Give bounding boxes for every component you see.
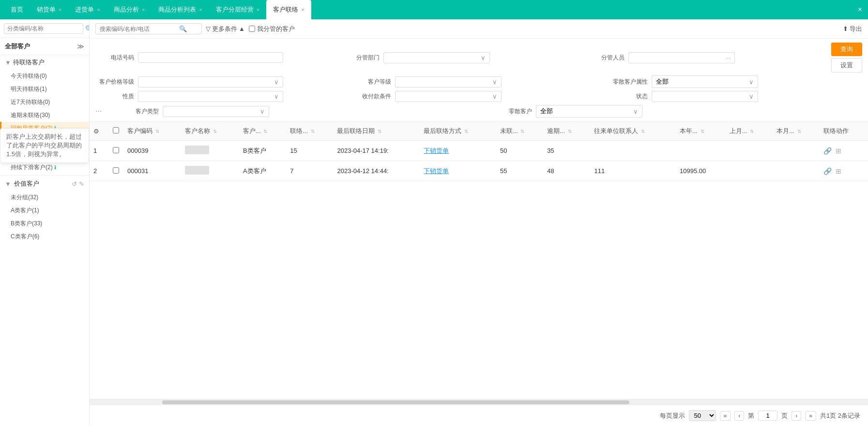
filter-search-input[interactable] [100, 26, 177, 32]
row1-more-icon[interactable]: ⊞ [836, 147, 841, 155]
settings-button[interactable]: 设置 [831, 58, 862, 73]
per-page-select[interactable]: 50 10 20 100 [689, 410, 716, 421]
row2-name[interactable] [181, 161, 239, 181]
row2-link-icon[interactable]: 🔗 [823, 167, 832, 175]
filter-search-icon[interactable]: 🔍 [179, 25, 187, 32]
level-select[interactable]: ∨ [395, 76, 502, 88]
col-overdue: 逾期... ⇅ [543, 122, 590, 141]
nav-tab-home[interactable]: 首页 [4, 0, 30, 19]
sort-contact-icon[interactable]: ⇅ [311, 129, 315, 134]
zero2-down-icon: ∨ [633, 108, 638, 115]
sort-overdue-icon[interactable]: ⇅ [568, 129, 572, 134]
close-analysis-list-icon[interactable]: × [199, 7, 202, 13]
edit-icon[interactable]: ✎ [79, 180, 84, 188]
sidebar-item-today[interactable]: 今天待联络(0) [0, 70, 89, 83]
sort-last-month-icon[interactable]: ⇅ [750, 129, 754, 134]
row2-seq: 2 [90, 161, 109, 181]
sidebar-item-c-class[interactable]: C类客户(6) [0, 230, 89, 243]
nav-tab-analysis[interactable]: 商品分析 × [107, 0, 152, 19]
row1-checkbox[interactable] [109, 141, 123, 161]
value-customer-label: 价值客户 [14, 179, 39, 188]
col-level: 客户... ⇅ [239, 122, 286, 141]
nav-tab-customer-layer[interactable]: 客户分层经营 × [209, 0, 266, 19]
page-input[interactable] [758, 411, 777, 421]
sort-code-icon[interactable]: ⇅ [155, 129, 159, 134]
right-content: 🔍 ▽ 更多条件 ▲ 我分管的客户 ⬆ 导出 电话号码 [90, 19, 868, 426]
sort-last-method-icon[interactable]: ⇅ [464, 129, 468, 134]
nav-tab-sales[interactable]: 销货单 × [30, 0, 68, 19]
refresh-icon[interactable]: ↺ [72, 180, 77, 188]
row1-last-method[interactable]: 下销货单 [420, 141, 496, 161]
nav-tab-purchase[interactable]: 进货单 × [68, 0, 107, 19]
col-checkbox[interactable] [109, 122, 123, 141]
row2-level: A类客户 [239, 161, 286, 181]
row1-link-icon[interactable]: 🔗 [823, 147, 832, 155]
first-page-button[interactable]: « [720, 411, 731, 421]
page-label: 第 [748, 411, 754, 420]
row2-more-icon[interactable]: ⊞ [836, 167, 841, 175]
pay-label: 收付款条件 [352, 92, 391, 101]
prev-page-button[interactable]: ‹ [734, 411, 744, 421]
nav-tab-analysis-list[interactable]: 商品分析列表 × [152, 0, 209, 19]
more-conditions-button[interactable]: ▽ 更多条件 ▲ [206, 25, 245, 33]
pending-contact-group[interactable]: ▼ 待联络客户 [0, 55, 89, 70]
phone-input[interactable] [138, 52, 283, 63]
value-customer-group[interactable]: ▼ 价值客户 ↺ ✎ [0, 176, 89, 191]
sidebar-item-overdue[interactable]: 逾期未联络(30) [0, 109, 89, 122]
row2-last-method[interactable]: 下销货单 [420, 161, 496, 181]
dept-select[interactable]: ∨ [383, 52, 490, 63]
sidebar-item-b-class[interactable]: B类客户(33) [0, 217, 89, 230]
close-analysis-icon[interactable]: × [142, 7, 145, 13]
type-select[interactable]: ∨ [163, 106, 269, 117]
gender-select[interactable]: ∨ [138, 91, 283, 102]
status-select[interactable]: ∨ [652, 91, 758, 102]
sidebar-item-declining[interactable]: 持续下滑客户(2) ℹ [0, 161, 89, 174]
all-customers-header[interactable]: 全部客户 ≫ [0, 38, 89, 55]
next-page-button[interactable]: › [792, 411, 801, 421]
tooltip-box: 距客户上次交易时长，超过了此客户的平均交易周期的1.5倍，则视为异常。 [0, 128, 89, 163]
zero-select[interactable]: 全部 ∨ [652, 75, 758, 88]
sidebar-search-icon[interactable]: 🔍 [85, 25, 90, 32]
sidebar-item-a-class[interactable]: A类客户(1) [0, 204, 89, 217]
collapse-sidebar-icon[interactable]: ≫ [77, 43, 84, 50]
zero-label: 零散客户属性 [609, 78, 648, 86]
sidebar-item-7days[interactable]: 近7天待联络(0) [0, 96, 89, 109]
col-settings[interactable]: ⚙ [90, 122, 109, 141]
sort-name-icon[interactable]: ⇅ [213, 129, 217, 134]
row1-check[interactable] [113, 147, 119, 153]
sidebar-item-tomorrow[interactable]: 明天待联络(1) [0, 83, 89, 96]
sort-level-icon[interactable]: ⇅ [263, 129, 267, 134]
row1-name[interactable] [181, 141, 239, 161]
select-all-checkbox[interactable] [113, 127, 119, 133]
export-button[interactable]: ⬆ 导出 [843, 25, 862, 33]
row1-seq: 1 [90, 141, 109, 161]
price-select[interactable]: ∨ [138, 76, 283, 88]
sort-this-month-icon[interactable]: ⇅ [797, 129, 801, 134]
horizontal-scrollbar[interactable] [90, 399, 868, 405]
close-purchase-icon[interactable]: × [97, 7, 100, 13]
row2-this-month [773, 161, 820, 181]
action-buttons: 查询 设置 [831, 43, 862, 73]
close-all-button[interactable]: × [858, 5, 862, 14]
more-dots-left[interactable]: ··· [95, 107, 102, 116]
zero2-select[interactable]: 全部 ∨ [536, 105, 642, 118]
row2-checkbox[interactable] [109, 161, 123, 181]
scrollbar-thumb[interactable] [162, 400, 629, 404]
nav-tab-customer-contact[interactable]: 客户联络 × [266, 0, 311, 19]
sidebar-search-input[interactable] [4, 23, 83, 34]
sort-this-year-icon[interactable]: ⇅ [700, 129, 704, 134]
filter-group-staff: 分管人员 ··· [586, 52, 827, 63]
sort-unit-icon[interactable]: ⇅ [641, 129, 645, 134]
close-customer-layer-icon[interactable]: × [257, 7, 259, 13]
query-button[interactable]: 查询 [831, 43, 862, 56]
sidebar-item-ungrouped[interactable]: 未分组(32) [0, 191, 89, 204]
staff-select[interactable]: ··· [628, 52, 735, 63]
my-customers-check[interactable] [249, 26, 255, 32]
close-sales-icon[interactable]: × [59, 7, 61, 13]
last-page-button[interactable]: » [805, 411, 816, 421]
close-customer-contact-icon[interactable]: × [301, 7, 304, 13]
row2-check[interactable] [113, 167, 119, 174]
sort-last-date-icon[interactable]: ⇅ [378, 129, 381, 134]
pay-select[interactable]: ∨ [395, 91, 502, 102]
sort-unlink-icon[interactable]: ⇅ [520, 129, 524, 134]
